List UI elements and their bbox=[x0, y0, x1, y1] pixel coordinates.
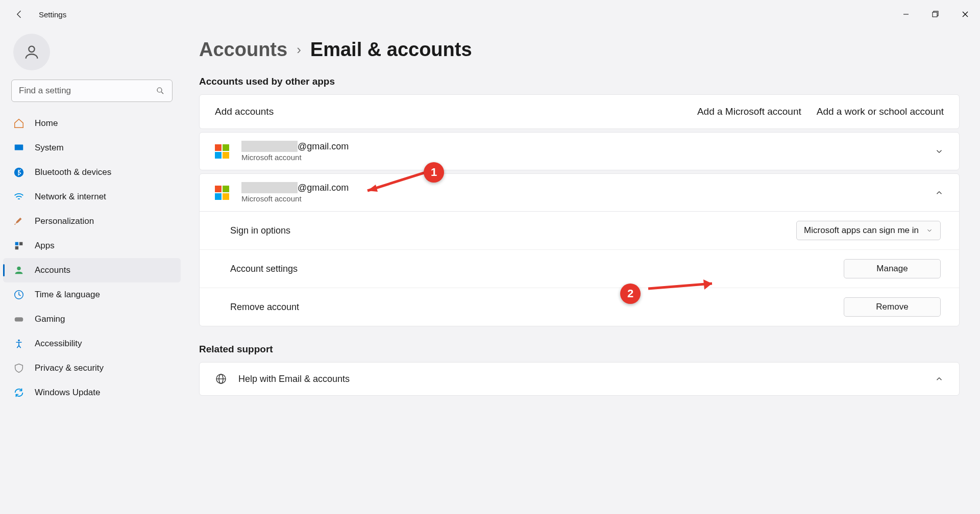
chevron-up-icon bbox=[935, 188, 944, 197]
controller-icon bbox=[13, 314, 24, 325]
account-type: Microsoft account bbox=[241, 194, 922, 203]
sidebar-item-privacy[interactable]: Privacy & security bbox=[3, 356, 181, 380]
svg-point-16 bbox=[18, 340, 20, 342]
nav-list: Home System Bluetooth & devices Network … bbox=[0, 111, 184, 405]
sidebar-item-label: Gaming bbox=[35, 314, 65, 324]
wifi-icon bbox=[13, 191, 24, 202]
apps-icon bbox=[13, 240, 24, 251]
related-support-title: Related support bbox=[199, 344, 960, 355]
manage-button[interactable]: Manage bbox=[844, 259, 941, 278]
chevron-down-icon bbox=[926, 227, 933, 234]
svg-rect-15 bbox=[15, 317, 23, 321]
search-icon bbox=[156, 86, 165, 95]
svg-rect-8 bbox=[15, 145, 23, 150]
titlebar: Settings bbox=[0, 0, 980, 29]
sidebar-item-gaming[interactable]: Gaming bbox=[3, 307, 181, 331]
sidebar-item-label: Network & internet bbox=[35, 192, 106, 202]
add-work-school-account-link[interactable]: Add a work or school account bbox=[817, 106, 944, 117]
chevron-down-icon bbox=[935, 147, 944, 156]
sidebar-item-label: Time & language bbox=[35, 290, 100, 300]
add-accounts-card: Add accounts Add a Microsoft account Add… bbox=[199, 94, 960, 129]
sidebar-item-label: Accessibility bbox=[35, 339, 82, 349]
chevron-up-icon bbox=[935, 374, 944, 383]
sidebar: Find a setting Home System Bluetooth & d… bbox=[0, 29, 184, 514]
sidebar-item-label: Bluetooth & devices bbox=[35, 167, 111, 177]
sidebar-item-accounts[interactable]: Accounts bbox=[3, 258, 181, 282]
user-block[interactable] bbox=[0, 34, 184, 80]
account-card-2-header[interactable]: @gmail.com Microsoft account bbox=[200, 174, 959, 211]
remove-account-row: Remove account Remove bbox=[200, 288, 959, 326]
sidebar-item-time[interactable]: Time & language bbox=[3, 282, 181, 307]
shield-icon bbox=[13, 363, 24, 374]
chevron-right-icon: › bbox=[297, 42, 301, 58]
back-button[interactable] bbox=[14, 9, 24, 19]
account-email: @gmail.com bbox=[241, 182, 922, 193]
sidebar-item-apps[interactable]: Apps bbox=[3, 234, 181, 258]
accessibility-icon bbox=[13, 338, 24, 349]
page-title: Email & accounts bbox=[310, 39, 472, 61]
sidebar-item-personalization[interactable]: Personalization bbox=[3, 209, 181, 234]
help-label: Help with Email & accounts bbox=[238, 374, 923, 384]
svg-point-5 bbox=[29, 46, 34, 52]
account-type: Microsoft account bbox=[241, 153, 922, 162]
account-card-2: @gmail.com Microsoft account Sign in opt… bbox=[199, 173, 960, 326]
brush-icon bbox=[13, 216, 24, 227]
svg-point-9 bbox=[14, 168, 23, 177]
update-icon bbox=[13, 387, 24, 398]
minimize-button[interactable] bbox=[891, 4, 921, 24]
breadcrumb-parent[interactable]: Accounts bbox=[199, 39, 287, 61]
person-icon bbox=[13, 265, 24, 276]
add-microsoft-account-link[interactable]: Add a Microsoft account bbox=[697, 106, 801, 117]
search-input[interactable]: Find a setting bbox=[11, 80, 173, 102]
add-accounts-label: Add accounts bbox=[215, 106, 697, 117]
avatar bbox=[13, 34, 50, 70]
sidebar-item-bluetooth[interactable]: Bluetooth & devices bbox=[3, 160, 181, 185]
app-title: Settings bbox=[39, 10, 66, 19]
svg-rect-11 bbox=[19, 242, 22, 245]
sidebar-item-update[interactable]: Windows Update bbox=[3, 380, 181, 405]
account-card-1[interactable]: @gmail.com Microsoft account bbox=[199, 132, 960, 170]
sidebar-item-label: Accounts bbox=[35, 265, 70, 275]
account-settings-row: Account settings Manage bbox=[200, 249, 959, 288]
sidebar-item-home[interactable]: Home bbox=[3, 111, 181, 136]
close-button[interactable] bbox=[950, 4, 980, 24]
globe-icon bbox=[215, 373, 227, 385]
system-icon bbox=[13, 142, 24, 153]
svg-rect-12 bbox=[15, 246, 18, 249]
section-title: Accounts used by other apps bbox=[199, 76, 960, 87]
microsoft-logo-icon bbox=[215, 144, 229, 159]
svg-point-6 bbox=[157, 88, 162, 92]
search-placeholder: Find a setting bbox=[19, 86, 156, 96]
sign-in-options-row: Sign in options Microsoft apps can sign … bbox=[200, 212, 959, 249]
help-card[interactable]: Help with Email & accounts bbox=[199, 362, 960, 396]
sidebar-item-accessibility[interactable]: Accessibility bbox=[3, 331, 181, 356]
account-settings-label: Account settings bbox=[230, 264, 844, 274]
maximize-button[interactable] bbox=[921, 4, 950, 24]
sidebar-item-label: Personalization bbox=[35, 216, 94, 226]
remove-button[interactable]: Remove bbox=[844, 297, 941, 317]
sidebar-item-system[interactable]: System bbox=[3, 136, 181, 160]
breadcrumb: Accounts › Email & accounts bbox=[199, 39, 960, 61]
svg-rect-10 bbox=[15, 242, 18, 245]
sidebar-item-label: Home bbox=[35, 118, 58, 128]
home-icon bbox=[13, 118, 24, 129]
account-email: @gmail.com bbox=[241, 141, 922, 152]
svg-rect-2 bbox=[933, 12, 937, 17]
microsoft-logo-icon bbox=[215, 186, 229, 200]
sidebar-item-network[interactable]: Network & internet bbox=[3, 185, 181, 209]
sign-in-options-dropdown[interactable]: Microsoft apps can sign me in bbox=[796, 221, 941, 240]
svg-line-7 bbox=[161, 92, 163, 94]
content-pane: Accounts › Email & accounts Accounts use… bbox=[184, 29, 980, 514]
clock-globe-icon bbox=[13, 289, 24, 300]
sign-in-options-label: Sign in options bbox=[230, 225, 796, 236]
sidebar-item-label: Apps bbox=[35, 241, 55, 251]
bluetooth-icon bbox=[13, 167, 24, 178]
sidebar-item-label: System bbox=[35, 143, 64, 153]
svg-point-13 bbox=[17, 267, 20, 270]
remove-account-label: Remove account bbox=[230, 302, 844, 313]
sidebar-item-label: Windows Update bbox=[35, 388, 101, 398]
sidebar-item-label: Privacy & security bbox=[35, 363, 104, 373]
